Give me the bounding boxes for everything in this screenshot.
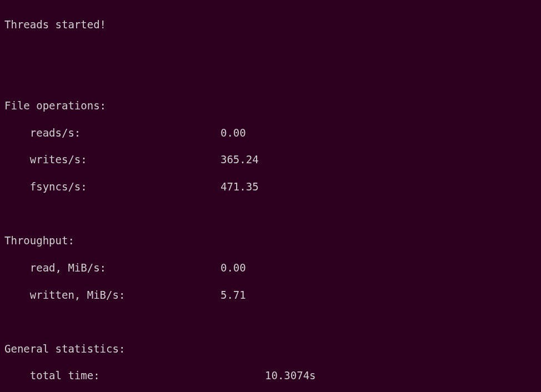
threads-started-line: Threads started!	[4, 18, 537, 31]
reads-row: reads/s: 0.00	[4, 126, 537, 139]
total-time-row: total time: 10.3074s	[4, 369, 537, 382]
fsyncs-value: 471.35	[221, 180, 259, 193]
blank-line	[4, 72, 537, 86]
fsyncs-label: fsyncs/s:	[4, 180, 221, 193]
fsyncs-row: fsyncs/s: 471.35	[4, 180, 537, 193]
written-throughput-label: written, MiB/s:	[4, 289, 221, 301]
writes-value: 365.24	[221, 153, 259, 165]
written-throughput-row: written, MiB/s: 5.71	[4, 288, 537, 301]
read-throughput-row: read, MiB/s: 0.00	[4, 261, 537, 274]
reads-value: 0.00	[221, 127, 246, 139]
throughput-header: Throughput:	[4, 234, 537, 247]
blank-line	[4, 45, 537, 58]
file-operations-header: File operations:	[4, 99, 537, 112]
writes-row: writes/s: 365.24	[4, 153, 537, 166]
total-time-value: 10.3074s	[265, 369, 316, 381]
total-time-label: total time:	[4, 369, 265, 381]
writes-label: writes/s:	[4, 153, 221, 165]
blank-line	[4, 207, 537, 220]
general-statistics-header: General statistics:	[4, 342, 537, 355]
blank-line	[4, 315, 537, 328]
written-throughput-value: 5.71	[221, 289, 246, 301]
read-throughput-value: 0.00	[221, 262, 246, 274]
reads-label: reads/s:	[4, 127, 221, 139]
terminal-output: Threads started! File operations: reads/…	[4, 4, 537, 392]
read-throughput-label: read, MiB/s:	[4, 262, 221, 274]
